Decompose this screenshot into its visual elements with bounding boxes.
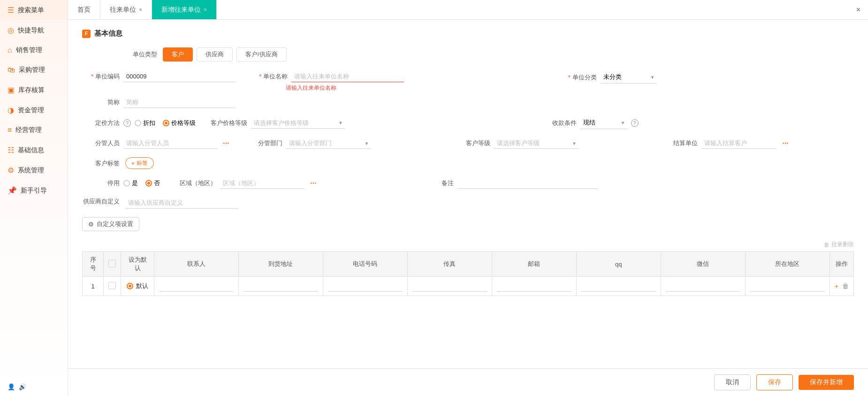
row-email-input[interactable] <box>497 280 571 292</box>
sidebar-item-sales[interactable]: ⌂ 销售管理 <box>0 40 68 60</box>
tab-contacts[interactable]: 往来单位 × <box>100 0 152 19</box>
cancel-button[interactable]: 取消 <box>714 374 751 390</box>
col-index: 序号 <box>83 252 104 277</box>
row-region-input[interactable] <box>750 280 825 292</box>
short-name-field: 简称 <box>82 97 236 108</box>
add-tag-button[interactable]: + 标签 <box>125 157 154 169</box>
settlement-input[interactable] <box>701 138 777 149</box>
unit-type-row: 单位类型 客户 供应商 客户/供应商 <box>82 47 854 62</box>
department-input[interactable] <box>286 138 371 149</box>
sidebar-item-search[interactable]: ☰ 搜索菜单 <box>0 0 68 20</box>
settlement-more-btn[interactable]: ··· <box>780 139 790 148</box>
sidebar-label-guide: 新手引导 <box>21 186 47 195</box>
row-phone-input[interactable] <box>328 280 403 292</box>
manager-more-btn[interactable]: ··· <box>221 139 231 148</box>
row-address-input[interactable] <box>244 280 318 292</box>
row-qq[interactable] <box>576 277 661 296</box>
supplier-custom-input[interactable] <box>125 197 238 209</box>
suspend-no-circle <box>145 180 152 186</box>
row-region[interactable] <box>745 277 830 296</box>
sidebar-item-operations[interactable]: ≡ 经营管理 <box>0 120 68 140</box>
tag-btn-label: 标签 <box>137 159 148 167</box>
pricing-radio-discount[interactable]: 折扣 <box>135 119 155 127</box>
row-fax[interactable] <box>407 277 492 296</box>
customer-level-input[interactable] <box>494 138 579 149</box>
suspend-yes[interactable]: 是 <box>123 179 138 187</box>
payment-terms-label: 收款条件 <box>539 119 577 127</box>
section-title: 基本信息 <box>94 29 122 38</box>
batch-delete-icon: 🗑 <box>824 241 830 248</box>
unit-btn-supplier[interactable]: 供应商 <box>197 47 233 62</box>
col-default: 设为默认 <box>121 252 154 277</box>
row-qq-input[interactable] <box>581 280 656 292</box>
row-contact-input[interactable] <box>159 280 234 292</box>
suspend-no[interactable]: 否 <box>145 179 160 187</box>
sidebar-item-inventory[interactable]: ▣ 库存核算 <box>0 80 68 100</box>
suspend-yes-label: 是 <box>132 179 138 187</box>
unit-category-select-wrapper[interactable]: 未分类 ▼ <box>601 71 657 84</box>
sidebar-item-guide[interactable]: 📌 新手引导 <box>0 180 68 201</box>
sidebar-item-quicknav[interactable]: ◎ 快捷导航 <box>0 20 68 40</box>
row-wechat-input[interactable] <box>666 280 740 292</box>
pricing-help-icon[interactable]: ? <box>123 119 131 127</box>
save-new-button[interactable]: 保存并新增 <box>799 375 854 390</box>
tab-bar-close-all[interactable]: × <box>849 6 868 14</box>
row-phone[interactable] <box>323 277 407 296</box>
sidebar-item-purchase[interactable]: 🛍 采购管理 <box>0 60 68 80</box>
custom-settings-button[interactable]: ⚙ 自定义项设置 <box>82 217 139 231</box>
row-email[interactable] <box>492 277 576 296</box>
short-name-row: 简称 <box>82 97 854 108</box>
unit-btn-customer[interactable]: 客户 <box>163 47 193 62</box>
remark-label: 备注 <box>416 179 454 187</box>
purchase-icon: 🛍 <box>8 66 15 74</box>
tab-contacts-label: 往来单位 <box>110 6 136 14</box>
unit-btn-both[interactable]: 客户/供应商 <box>236 47 287 62</box>
region-more-btn[interactable]: ··· <box>308 179 318 187</box>
tab-new-contact-close[interactable]: × <box>204 7 207 13</box>
row-address[interactable] <box>238 277 323 296</box>
short-name-input[interactable] <box>123 97 236 108</box>
sidebar-item-finance[interactable]: ◑ 资金管理 <box>0 100 68 120</box>
tab-contacts-close[interactable]: × <box>139 7 142 13</box>
manager-input[interactable] <box>123 138 217 149</box>
row-add-btn[interactable]: + <box>835 282 838 290</box>
select-all-checkbox[interactable] <box>108 260 116 267</box>
customer-price-input[interactable] <box>251 117 345 129</box>
sidebar-item-system[interactable]: ⚙ 系统管理 <box>0 160 68 180</box>
sidebar-label-finance: 资金管理 <box>18 106 44 115</box>
settlement-label: 结算单位 <box>660 139 698 148</box>
row-default-radio[interactable] <box>127 283 133 289</box>
row-delete-btn[interactable]: 🗑 <box>842 282 849 290</box>
row-fax-input[interactable] <box>412 280 487 292</box>
department-field: 分管部门 ▼ <box>245 138 439 149</box>
custom-settings-label: 自定义项设置 <box>97 220 133 228</box>
unit-code-input[interactable] <box>123 71 236 82</box>
region-label: 区域（地区） <box>179 179 216 187</box>
sidebar-item-basic[interactable]: ☷ 基础信息 <box>0 140 68 160</box>
payment-terms-help-icon[interactable]: ? <box>631 119 639 127</box>
suspend-field: 停用 是 否 <box>82 179 160 187</box>
unit-name-input[interactable] <box>291 71 404 82</box>
sidebar-label-system: 系统管理 <box>18 166 44 175</box>
row-contact[interactable] <box>154 277 238 296</box>
unit-category-field: 单位分类 未分类 ▼ <box>559 71 854 84</box>
sidebar-bottom-user[interactable]: 👤 🔊 <box>0 378 68 396</box>
department-select-wrapper[interactable]: ▼ <box>286 138 371 149</box>
save-button[interactable]: 保存 <box>756 374 793 390</box>
tab-new-contact[interactable]: 新增往来单位 × <box>152 0 217 19</box>
customer-level-select-wrapper[interactable]: ▼ <box>494 138 579 149</box>
payment-terms-select-wrapper[interactable]: 现结 ▼ <box>580 116 627 129</box>
tab-home[interactable]: 首页 <box>68 0 100 19</box>
plus-icon: + <box>131 160 135 167</box>
row-index: 1 <box>83 277 104 296</box>
row-wechat[interactable] <box>661 277 745 296</box>
pricing-radio-price-level[interactable]: 价格等级 <box>163 119 196 127</box>
remark-input[interactable] <box>457 178 598 189</box>
table-header: 序号 设为默认 联系人 到货地址 电话号码 传真 邮箱 qq 微信 所在地区 操… <box>83 252 854 277</box>
customer-price-select-wrapper[interactable]: ▼ <box>251 117 345 129</box>
col-actions: 操作 <box>830 252 853 277</box>
region-input[interactable] <box>220 178 305 189</box>
tab-bar: 首页 往来单位 × 新增往来单位 × × <box>68 0 868 20</box>
batch-delete-label[interactable]: 批量删除 <box>831 241 854 248</box>
row-checkbox[interactable] <box>108 282 116 289</box>
